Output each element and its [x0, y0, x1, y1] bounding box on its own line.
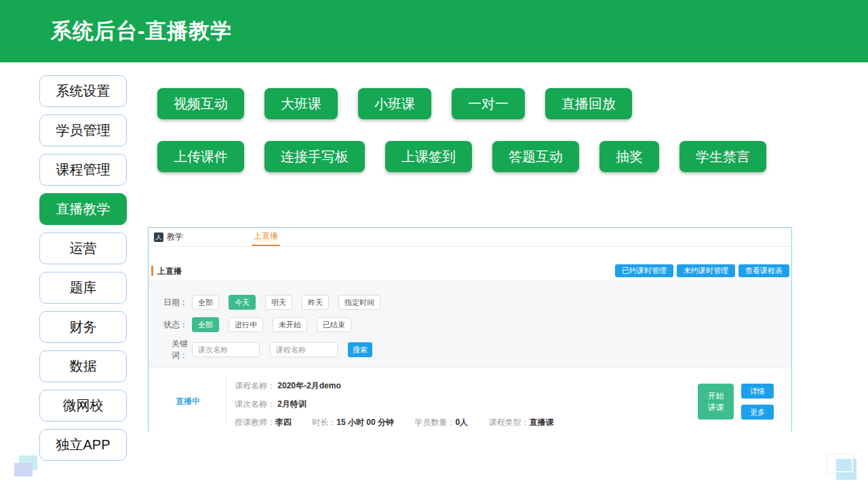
- duration-value: 15 小时 00 分钟: [336, 418, 394, 427]
- course-name-line: 课程名称： 2020年-2月demo: [235, 380, 341, 392]
- booked-hours-manage-button[interactable]: 已约课时管理: [615, 264, 673, 277]
- panel-topbar: 人 教学 上直播: [149, 228, 791, 247]
- sidebar-item-label: 财务: [70, 318, 97, 336]
- student-count-label: 学员数量：: [414, 418, 455, 427]
- sidebar-item-label: 运营: [70, 239, 97, 258]
- page-title: 系统后台-直播教学: [51, 17, 232, 45]
- duration-label: 时长：: [312, 418, 336, 427]
- section-accent-bar: [151, 266, 153, 276]
- session-name-label: 课次名称：: [235, 399, 275, 409]
- more-button[interactable]: 更多: [741, 405, 774, 420]
- section-header: 上直播 已约课时管理 未约课时管理 查看课程表: [149, 264, 791, 281]
- feature-row-1: 视频互动 大班课 小班课 一对一 直播回放: [157, 88, 632, 119]
- course-type-meta: 课程类型：直播课: [488, 418, 553, 427]
- feature-button-quiz-interaction[interactable]: 答题互动: [492, 141, 579, 172]
- status-option-not-started[interactable]: 未开始: [273, 317, 307, 332]
- course-type-label: 课程类型：: [488, 418, 529, 427]
- tab-go-live[interactable]: 上直播: [252, 228, 280, 246]
- date-filter-row: 日期： 全部 今天 明天 昨天 指定时间: [157, 295, 390, 310]
- session-name-input[interactable]: [192, 342, 260, 357]
- sidebar-item-data[interactable]: 数据: [39, 350, 127, 382]
- sidebar-item-operations[interactable]: 运营: [39, 232, 127, 264]
- detail-button[interactable]: 详情: [741, 384, 774, 399]
- feature-button-live-replay[interactable]: 直播回放: [545, 88, 632, 119]
- status-option-all[interactable]: 全部: [192, 317, 219, 332]
- sidebar: 系统设置 学员管理 课程管理 直播教学 运营 题库 财务 数据 微网校 独立AP…: [39, 75, 127, 461]
- date-option-yesterday[interactable]: 昨天: [302, 295, 329, 310]
- date-option-custom[interactable]: 指定时间: [338, 295, 380, 310]
- sidebar-item-live-teaching[interactable]: 直播教学: [39, 193, 127, 225]
- feature-button-small-class[interactable]: 小班课: [358, 88, 431, 119]
- filter-area: 日期： 全部 今天 明天 昨天 指定时间 状态： 全部 进行中 未开始 已结束 …: [149, 281, 791, 367]
- date-option-tomorrow[interactable]: 明天: [265, 295, 292, 310]
- course-status-badge: 直播中: [176, 396, 200, 407]
- session-name-line: 课次名称： 2月特训: [235, 399, 307, 410]
- start-class-label-line2: 讲课: [708, 402, 724, 413]
- date-filter-label: 日期：: [157, 297, 188, 308]
- student-count-meta: 学员数量：0人: [414, 418, 468, 427]
- sidebar-item-system-settings[interactable]: 系统设置: [39, 75, 127, 107]
- search-button[interactable]: 搜索: [348, 342, 372, 357]
- course-name-input[interactable]: [270, 342, 338, 357]
- sidebar-item-question-bank[interactable]: 题库: [39, 272, 127, 304]
- course-list: 直播中 课程名称： 2020年-2月demo 课次名称： 2月特训 授课教师：李…: [149, 367, 791, 432]
- status-option-ongoing[interactable]: 进行中: [229, 317, 263, 332]
- status-filter-row: 状态： 全部 进行中 未开始 已结束: [157, 317, 361, 332]
- teacher-value: 李四: [275, 418, 292, 427]
- sidebar-item-micro-school[interactable]: 微网校: [39, 390, 127, 422]
- sidebar-item-finance[interactable]: 财务: [39, 311, 127, 343]
- course-name-value: 2020年-2月demo: [277, 381, 340, 390]
- sidebar-item-standalone-app[interactable]: 独立APP: [39, 429, 127, 461]
- session-name-value: 2月特训: [277, 399, 307, 409]
- date-option-today[interactable]: 今天: [229, 295, 256, 310]
- sidebar-item-label: 课程管理: [56, 161, 111, 179]
- page-header: 系统后台-直播教学: [0, 0, 868, 62]
- section-title: 上直播: [157, 266, 182, 277]
- feature-button-student-mute[interactable]: 学生禁言: [679, 141, 766, 172]
- feature-button-upload-courseware[interactable]: 上传课件: [157, 141, 244, 172]
- view-timetable-button[interactable]: 查看课程表: [738, 264, 789, 277]
- feature-button-handwriting-board[interactable]: 连接手写板: [264, 141, 365, 172]
- start-class-label-line1: 开始: [708, 390, 724, 402]
- keyword-filter-label: 关键词：: [157, 338, 188, 361]
- sidebar-item-label: 系统设置: [56, 82, 111, 100]
- sidebar-item-label: 数据: [70, 357, 97, 375]
- sidebar-item-label: 直播教学: [56, 200, 111, 218]
- sidebar-item-student-management[interactable]: 学员管理: [39, 115, 127, 146]
- decoration-square-outline-right: [827, 454, 853, 472]
- duration-meta: 时长：15 小时 00 分钟: [312, 418, 394, 427]
- app-label: 教学: [167, 231, 183, 243]
- teaching-app-icon: 人: [154, 232, 163, 242]
- divider: [226, 378, 226, 422]
- sidebar-item-course-management[interactable]: 课程管理: [39, 154, 127, 186]
- feature-button-one-on-one[interactable]: 一对一: [452, 88, 525, 119]
- course-type-value: 直播课: [529, 418, 553, 427]
- feature-button-video-interaction[interactable]: 视频互动: [157, 88, 244, 119]
- feature-button-class-signin[interactable]: 上课签到: [385, 141, 472, 172]
- sidebar-item-label: 微网校: [63, 396, 104, 415]
- sidebar-item-label: 题库: [70, 279, 97, 297]
- feature-button-big-class[interactable]: 大班课: [264, 88, 338, 119]
- teacher-label: 授课教师：: [235, 418, 275, 427]
- sidebar-item-label: 学员管理: [56, 121, 111, 140]
- admin-panel: 人 教学 上直播 上直播 已约课时管理 未约课时管理 查看课程表 日期： 全部 …: [148, 227, 792, 432]
- status-option-ended[interactable]: 已结束: [317, 317, 351, 332]
- feature-row-2: 上传课件 连接手写板 上课签到 答题互动 抽奖 学生禁言: [157, 141, 766, 172]
- decoration-square-lavender-left: [14, 463, 33, 476]
- start-class-button[interactable]: 开始 讲课: [698, 384, 734, 420]
- unbooked-hours-manage-button[interactable]: 未约课时管理: [677, 264, 735, 277]
- section-actions: 已约课时管理 未约课时管理 查看课程表: [615, 264, 789, 277]
- date-option-all[interactable]: 全部: [192, 295, 219, 310]
- sidebar-item-label: 独立APP: [56, 436, 110, 454]
- status-filter-label: 状态：: [157, 319, 188, 331]
- keyword-filter-row: 关键词： 搜索: [157, 338, 372, 361]
- student-count-value: 0人: [455, 418, 468, 427]
- course-name-label: 课程名称：: [235, 381, 275, 390]
- feature-button-lottery[interactable]: 抽奖: [599, 141, 659, 172]
- teacher-meta: 授课教师：李四: [235, 418, 292, 427]
- course-meta-line: 授课教师：李四 时长：15 小时 00 分钟 学员数量：0人 课程类型：直播课: [235, 417, 572, 428]
